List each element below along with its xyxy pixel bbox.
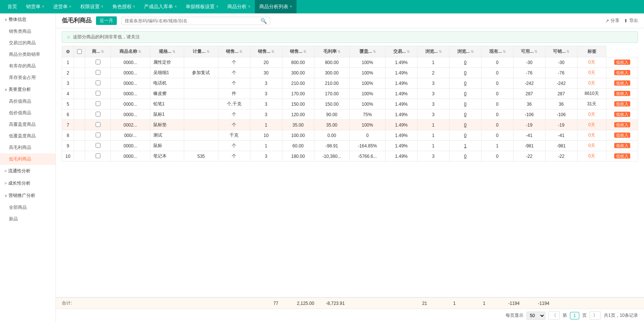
browse1-link[interactable]: 0 <box>464 102 467 107</box>
col-unit[interactable]: 计量...⇅ <box>184 46 218 57</box>
cell-browse1[interactable]: 0 <box>449 151 481 162</box>
sidebar-group-circulation[interactable]: > 流通性分析 <box>0 165 55 177</box>
select-all-checkbox[interactable] <box>77 49 82 54</box>
per-page-select[interactable]: 50 20 100 <box>526 312 545 320</box>
col-name[interactable]: 商品名称⇅ <box>111 46 150 57</box>
row-checkbox[interactable] <box>96 80 100 85</box>
col-sales-amount[interactable]: 销售...⇅ <box>282 46 314 57</box>
col-browse1[interactable]: 浏览...⇅ <box>417 46 449 57</box>
cell-browse1[interactable]: 0 <box>449 120 481 130</box>
col-gross-rate[interactable]: 毛利率⇅ <box>314 46 349 57</box>
sidebar-group-reputation[interactable]: ∨ 美誉度分析 <box>0 83 55 96</box>
col-checkbox[interactable] <box>74 46 85 57</box>
nav-purchase[interactable]: 进货单 × <box>49 0 76 13</box>
nav-sales[interactable]: 销货单 × <box>22 0 49 13</box>
row-checkbox[interactable] <box>96 133 100 137</box>
search-icon[interactable]: 🔍 <box>260 18 267 24</box>
row-checkbox[interactable] <box>96 70 100 75</box>
cell-browse1[interactable]: 0 <box>449 68 481 78</box>
share-button[interactable]: ↗ 分享 <box>605 17 619 24</box>
col-current-stock[interactable]: 现有...⇅ <box>481 46 513 57</box>
browse1-link[interactable]: 0 <box>464 112 467 117</box>
close-icon[interactable]: × <box>290 0 292 13</box>
row-checkbox[interactable] <box>96 101 100 106</box>
search-input[interactable] <box>125 18 260 23</box>
row-checkbox[interactable] <box>96 143 100 148</box>
col-cover-rate[interactable]: 覆盖...⇅ <box>349 46 385 57</box>
col-code[interactable]: 商...⇅ <box>85 46 111 57</box>
cell-browse1[interactable]: 0 <box>449 78 481 89</box>
col-sales-price[interactable]: 销售...⇅ <box>250 46 282 57</box>
cell-checkbox[interactable] <box>85 57 111 68</box>
nav-template-settings[interactable]: 单据模板设置 × <box>181 0 223 13</box>
col-browse2[interactable]: 浏览...⇅ <box>449 46 481 57</box>
next-page-button[interactable]: 〉 <box>590 311 601 320</box>
sidebar-group-marketing[interactable]: ∨ 营销推广分析 <box>0 189 55 202</box>
sidebar-item-stocked[interactable]: 有库存的商品 <box>0 60 55 72</box>
cell-browse1[interactable]: 0 <box>449 130 481 141</box>
close-icon[interactable]: × <box>248 0 250 13</box>
browse1-link[interactable]: 0 <box>464 60 467 65</box>
prev-page-button[interactable]: 〈 <box>548 311 560 320</box>
nav-product-entry[interactable]: 产成品入库单 × <box>140 0 181 13</box>
cell-browse1[interactable]: 0 <box>449 109 481 120</box>
browse1-link[interactable]: 0 <box>464 70 467 76</box>
row-checkbox[interactable] <box>96 112 100 117</box>
filter-period-button[interactable]: 近一月 <box>96 16 117 25</box>
col-tag[interactable]: 标签 <box>577 46 606 57</box>
cell-checkbox[interactable] <box>85 109 111 120</box>
row-checkbox[interactable] <box>96 60 100 64</box>
browse1-link[interactable]: 0 <box>464 91 467 96</box>
cell-checkbox[interactable] <box>85 130 111 141</box>
col-sellable[interactable]: 可销...⇅ <box>545 46 577 57</box>
cell-browse1[interactable]: 1 <box>449 141 481 151</box>
cell-checkbox[interactable] <box>85 141 111 151</box>
sidebar-item-category-rate[interactable]: 商品分类助销率 <box>0 49 55 60</box>
export-button[interactable]: ⬆ 导出 <box>624 17 638 24</box>
cell-checkbox[interactable] <box>85 89 111 99</box>
sidebar-group-overall[interactable]: ∨ 整体信息 <box>0 13 55 26</box>
close-icon[interactable]: × <box>69 0 71 13</box>
cell-browse1[interactable]: 0 <box>449 57 481 68</box>
sidebar-item-traded-products[interactable]: 交易过的商品 <box>0 37 55 49</box>
sidebar-item-high-margin[interactable]: 高毛利商品 <box>0 142 55 153</box>
cell-browse1[interactable]: 0 <box>449 89 481 99</box>
close-icon[interactable]: × <box>216 0 218 13</box>
sidebar-item-high-coverage[interactable]: 高覆盖度商品 <box>0 119 55 130</box>
nav-permissions[interactable]: 权限设置 × <box>76 0 108 13</box>
close-icon[interactable]: × <box>174 0 177 13</box>
browse1-link[interactable]: 1 <box>464 143 467 149</box>
browse1-link[interactable]: 0 <box>464 133 467 138</box>
nav-product-analysis-list[interactable]: 商品分析列表 × <box>255 0 297 13</box>
cell-checkbox[interactable] <box>85 151 111 162</box>
col-trade[interactable]: 交易...⇅ <box>385 46 417 57</box>
sidebar-item-all-products[interactable]: 全部商品 <box>0 202 55 213</box>
cell-browse1[interactable]: 0 <box>449 99 481 109</box>
sidebar-item-inventory-fund[interactable]: 库存资金占用 <box>0 72 55 83</box>
sidebar-item-low-value[interactable]: 低价值商品 <box>0 107 55 119</box>
col-spec[interactable]: 规格...⇅ <box>150 46 184 57</box>
close-icon[interactable]: × <box>101 0 103 13</box>
sidebar-item-low-coverage[interactable]: 低覆盖度商品 <box>0 130 55 142</box>
nav-home[interactable]: 首页 <box>3 0 22 13</box>
sidebar-item-low-margin[interactable]: 低毛利商品 <box>0 153 55 165</box>
nav-role-auth[interactable]: 角色授权 × <box>108 0 140 13</box>
col-settings[interactable]: ⚙ <box>62 46 74 57</box>
browse1-link[interactable]: 0 <box>464 154 467 159</box>
row-checkbox[interactable] <box>96 122 100 127</box>
sidebar-item-new-products[interactable]: 新品 <box>0 213 55 225</box>
cell-checkbox[interactable] <box>85 99 111 109</box>
sidebar-group-growth[interactable]: > 成长性分析 <box>0 177 55 189</box>
col-sales-count[interactable]: 销售...⇅ <box>218 46 250 57</box>
cell-checkbox[interactable] <box>85 68 111 78</box>
cell-checkbox[interactable] <box>85 78 111 89</box>
browse1-link[interactable]: 0 <box>464 122 467 128</box>
close-icon[interactable]: × <box>133 0 135 13</box>
row-checkbox[interactable] <box>96 153 100 158</box>
sidebar-item-high-value[interactable]: 高价值商品 <box>0 96 55 107</box>
browse1-link[interactable]: 0 <box>464 81 467 86</box>
sidebar-item-sales-products[interactable]: 销售类商品 <box>0 26 55 37</box>
nav-product-analysis[interactable]: 商品分析 × <box>223 0 255 13</box>
col-available[interactable]: 可用...⇅ <box>513 46 545 57</box>
row-checkbox[interactable] <box>96 91 100 96</box>
